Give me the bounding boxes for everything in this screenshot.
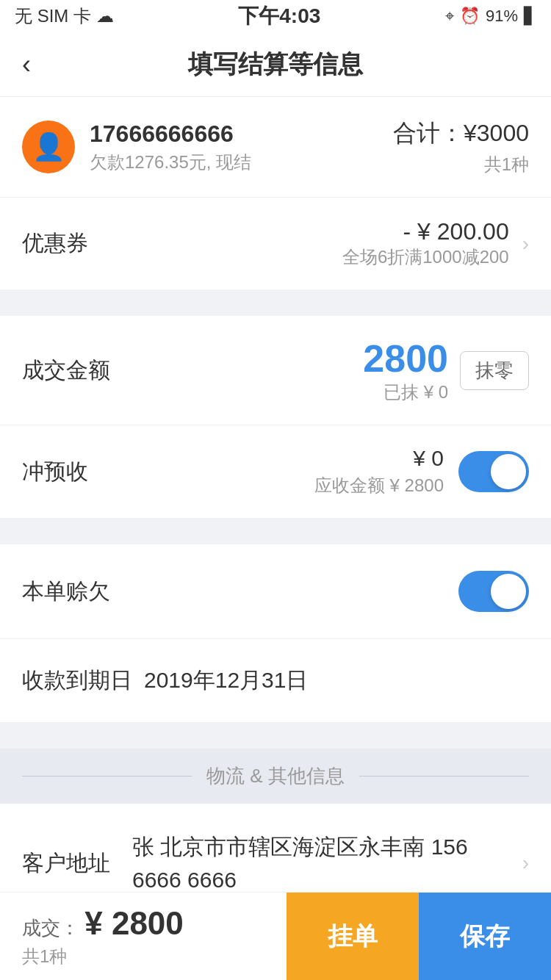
coupon-discount: - ¥ 200.00 [342, 218, 509, 245]
prereceive-label: 冲预收 [22, 457, 88, 487]
deal-amount-value-wrap: 2800 已抹 ¥ 0 抹零 [363, 336, 529, 404]
total-count: 共1种 [393, 153, 529, 176]
prereceive-amount: ¥ 0 [314, 446, 444, 471]
summary-count: 共1种 [22, 945, 264, 968]
coupon-chevron-icon: › [522, 232, 529, 256]
round-zero-button[interactable]: 抹零 [460, 351, 529, 390]
battery-level: 91% [486, 7, 518, 26]
sim-status: 无 SIM 卡 ☁ [15, 4, 114, 28]
prereceive-amount-wrap: ¥ 0 应收金额 ¥ 2800 [314, 446, 444, 497]
prereceive-right: ¥ 0 应收金额 ¥ 2800 [314, 446, 529, 497]
customer-phone: 17666666666 [90, 120, 251, 148]
deal-amount-card: 成交金额 2800 已抹 ¥ 0 抹零 冲预收 ¥ 0 应收金额 ¥ 2800 [0, 316, 551, 518]
avatar-icon: 👤 [32, 131, 65, 162]
credit-label: 本单赊欠 [22, 577, 110, 607]
divider-line-left [22, 776, 192, 777]
deal-amount-value: 2800 [363, 336, 448, 381]
status-left: 无 SIM 卡 ☁ [15, 4, 114, 28]
bottom-summary: 成交： ¥ 2800 共1种 [0, 905, 287, 968]
credit-card: 本单赊欠 收款到期日 2019年12月31日 [0, 544, 551, 722]
pending-button[interactable]: 挂单 [287, 893, 419, 981]
credit-row: 本单赊欠 [0, 544, 551, 638]
address-content: 张 北京市市辖区海淀区永丰南 156 6666 6666 [132, 830, 511, 896]
divider-line-right [359, 776, 529, 777]
deal-amount-row: 成交金额 2800 已抹 ¥ 0 抹零 [0, 316, 551, 425]
bottom-bar: 成交： ¥ 2800 共1种 挂单 保存 [0, 892, 551, 980]
customer-card: 👤 17666666666 欠款1276.35元, 现结 合计：¥3000 共1… [0, 97, 551, 289]
address-chevron-icon: › [522, 851, 529, 875]
already-rounded-text: 已抹 ¥ 0 [363, 381, 448, 404]
prereceive-toggle[interactable] [458, 451, 529, 492]
duedate-row: 收款到期日 2019年12月31日 [0, 638, 551, 722]
battery-icon: ▋ [524, 7, 536, 26]
divider-text: 物流 & 其他信息 [206, 763, 345, 789]
coupon-row[interactable]: 优惠券 - ¥ 200.00 全场6折满1000减200 › [0, 197, 551, 289]
section-gap-2 [0, 530, 551, 544]
deal-amount-label: 成交金额 [22, 356, 110, 386]
customer-info: 17666666666 欠款1276.35元, 现结 [90, 120, 251, 174]
summary-label-text: 成交： [22, 917, 79, 939]
summary-amount: ¥ 2800 [84, 905, 184, 941]
customer-left: 👤 17666666666 欠款1276.35元, 现结 [22, 120, 251, 174]
nav-bar: ‹ 填写结算等信息 [0, 32, 551, 97]
customer-row: 👤 17666666666 欠款1276.35元, 现结 合计：¥3000 共1… [0, 97, 551, 197]
section-gap-1 [0, 301, 551, 316]
alarm-icon: ⏰ [460, 7, 480, 26]
coupon-desc: 全场6折满1000减200 [342, 245, 509, 269]
total-amount: 合计：¥3000 [393, 118, 529, 150]
status-bar: 无 SIM 卡 ☁ 下午4:03 ⌖ ⏰ 91% ▋ [0, 0, 551, 32]
coupon-right: - ¥ 200.00 全场6折满1000减200 › [342, 218, 529, 269]
location-icon: ⌖ [445, 7, 454, 26]
section-gap-3 [0, 734, 551, 749]
address-label: 客户地址 [22, 849, 110, 879]
section-divider: 物流 & 其他信息 [0, 749, 551, 804]
back-button[interactable]: ‹ [22, 49, 66, 80]
avatar: 👤 [22, 120, 75, 173]
customer-sub-text: 欠款1276.35元, 现结 [90, 151, 251, 174]
duedate-value: 2019年12月31日 [144, 666, 308, 696]
page-title: 填写结算等信息 [188, 48, 363, 82]
prereceive-row: 冲预收 ¥ 0 应收金额 ¥ 2800 [0, 425, 551, 518]
duedate-label: 收款到期日 [22, 666, 132, 696]
coupon-label: 优惠券 [22, 228, 88, 259]
credit-toggle[interactable] [458, 571, 529, 612]
status-time: 下午4:03 [238, 2, 320, 30]
status-right: ⌖ ⏰ 91% ▋ [445, 7, 536, 26]
save-button[interactable]: 保存 [419, 893, 551, 981]
prereceive-sub-text: 应收金额 ¥ 2800 [314, 474, 444, 497]
customer-right: 合计：¥3000 共1种 [393, 118, 529, 176]
summary-label: 成交： ¥ 2800 [22, 905, 264, 942]
